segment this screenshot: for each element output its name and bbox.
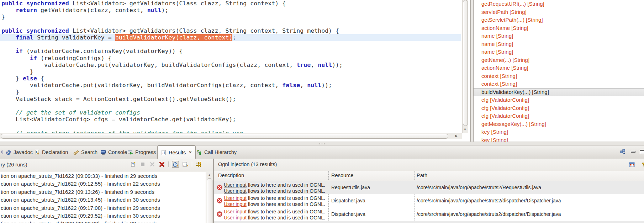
scroll-right-arrow-icon[interactable]: ▶ bbox=[453, 133, 460, 138]
code-line[interactable]: validatorCache.put(validatorKey, buildVa… bbox=[0, 82, 461, 89]
run-history-row[interactable]: ction on apache_struts_7fd1622 (09:12:55… bbox=[0, 180, 206, 188]
restore-pane-icon[interactable] bbox=[620, 149, 626, 155]
user-input-link[interactable]: User input bbox=[224, 182, 247, 188]
tab-console[interactable]: Console bbox=[100, 145, 127, 159]
run-history-panel: ry (26 runs) ?✦ tion on apache_struts_7f… bbox=[0, 159, 213, 223]
run-history-toolbar: ?✦ bbox=[130, 161, 202, 168]
tab-search[interactable]: Search bbox=[73, 145, 97, 159]
column-header-path[interactable]: Path bbox=[417, 172, 427, 178]
clipped-toolbar-icon[interactable] bbox=[641, 161, 644, 167]
history-scrollbar-thumb[interactable] bbox=[207, 178, 212, 223]
history-scrollbar[interactable]: ▲ bbox=[206, 172, 213, 223]
result-row[interactable]: User input flows to here and is used in … bbox=[214, 194, 644, 207]
code-line[interactable] bbox=[0, 21, 461, 27]
symbol-item[interactable]: actionName [String] bbox=[474, 64, 644, 72]
code-line[interactable]: } else { bbox=[0, 75, 461, 82]
symbol-item[interactable]: actionName [String] bbox=[474, 24, 644, 32]
user-input-link[interactable]: User input bbox=[224, 209, 247, 214]
run-history-row[interactable]: ction on apache_struts_7fd1622 (09:17:08… bbox=[0, 204, 206, 212]
symbol-item[interactable]: context [String] bbox=[474, 80, 644, 88]
symbol-item[interactable]: name [String] bbox=[474, 48, 644, 56]
new-report-icon[interactable]: ?✦ bbox=[130, 161, 136, 168]
result-row[interactable]: User input flows to here and is used in … bbox=[214, 181, 644, 194]
scroll-up-arrow-icon[interactable]: ▲ bbox=[206, 172, 212, 178]
splitter-grip[interactable] bbox=[320, 143, 326, 144]
svg-text:✦: ✦ bbox=[133, 161, 136, 164]
symbol-item[interactable]: context [String] bbox=[474, 72, 644, 80]
code-line[interactable]: } bbox=[0, 68, 461, 75]
partial-result-row[interactable] bbox=[214, 221, 644, 223]
editor-vertical-scrollbar-thumb[interactable] bbox=[463, 0, 468, 126]
code-line[interactable]: if (reloadingConfigs) { bbox=[0, 55, 461, 62]
code-line[interactable] bbox=[0, 41, 461, 48]
run-history-row[interactable]: tion on apache_struts_7fd1622 (09:13:26)… bbox=[0, 188, 206, 196]
run-history-list[interactable]: tion on apache_struts_7fd1622 (09:09:33)… bbox=[0, 172, 206, 223]
run-history-row[interactable]: ction on apache_struts_7fd1622 (09:13:45… bbox=[0, 196, 206, 204]
tab-progress[interactable]: Progress bbox=[127, 145, 156, 159]
result-row[interactable]: User input flows to here and is used in … bbox=[214, 208, 644, 221]
result-description: User input flows to here and is used in … bbox=[224, 209, 325, 214]
code-line[interactable]: } bbox=[0, 89, 461, 95]
code-editor-content[interactable]: public synchronized List<Validator> getV… bbox=[0, 0, 461, 133]
result-description: User input flows to here and is used in … bbox=[224, 188, 325, 194]
tab-declaration[interactable]: Declaration bbox=[34, 145, 68, 159]
close-icon[interactable]: ✕ bbox=[189, 150, 192, 155]
code-line[interactable]: validatorCache.put(validatorKey, buildVa… bbox=[0, 62, 461, 68]
chart-report-icon[interactable] bbox=[182, 161, 189, 168]
editor-horizontal-scrollbar-thumb[interactable] bbox=[1, 134, 448, 139]
code-line[interactable] bbox=[0, 102, 461, 109]
symbol-item[interactable]: name [String] bbox=[474, 40, 644, 48]
column-header-resource[interactable]: Resource bbox=[331, 172, 353, 178]
result-path: /core/src/main/java/org/apache/struts2/R… bbox=[417, 185, 541, 190]
code-line[interactable] bbox=[0, 123, 461, 129]
code-line[interactable]: return getValidators(clazz, context, nul… bbox=[0, 7, 461, 14]
code-line[interactable]: // get the set of validator configs bbox=[0, 109, 461, 116]
symbol-item[interactable]: key [String] bbox=[474, 136, 644, 142]
column-header-description[interactable]: Description bbox=[218, 172, 244, 178]
code-line[interactable]: public synchronized List<Validator> getV… bbox=[0, 0, 461, 7]
editor-horizontal-scrollbar[interactable]: ▶ bbox=[0, 133, 462, 139]
symbol-item[interactable]: cfg [ValidatorConfig] bbox=[474, 104, 644, 112]
code-line[interactable]: final String validatorKey = buildValidat… bbox=[0, 34, 461, 41]
highlighted-occurrence: buildValidatorKey(clazz, context) bbox=[115, 34, 233, 41]
code-line[interactable]: List<ValidatorConfig> cfgs = validatorCa… bbox=[0, 116, 461, 123]
error-icon bbox=[217, 211, 222, 218]
code-line[interactable]: // create clean instances of the validat… bbox=[0, 130, 461, 133]
symbol-item[interactable]: cfg [ValidatorConfig] bbox=[474, 96, 644, 104]
symbol-item[interactable]: getServletPath(...) [String] bbox=[474, 16, 644, 24]
symbol-item[interactable]: getRequestURI(...) [String] bbox=[474, 0, 644, 8]
stopwatch-toggle-icon[interactable] bbox=[172, 161, 179, 168]
remove-all-icon[interactable] bbox=[159, 161, 165, 168]
code-line[interactable]: ValueStack stack = ActionContext.getCont… bbox=[0, 96, 461, 102]
symbol-item[interactable]: name [String] bbox=[474, 32, 644, 40]
user-input-link[interactable]: User input bbox=[224, 195, 247, 201]
tab-results[interactable]: Results✕ bbox=[157, 145, 196, 159]
symbol-item-selected[interactable]: buildValidatorKey(...) [String] bbox=[474, 88, 644, 96]
code-line[interactable]: if (validatorCache.containsKey(validator… bbox=[0, 48, 461, 54]
run-history-row[interactable]: tion on apache_struts_7fd1622 (09:38:32)… bbox=[0, 220, 206, 223]
code-line[interactable]: } bbox=[0, 14, 461, 20]
code-editor[interactable]: public synchronized List<Validator> getV… bbox=[0, 0, 471, 142]
table-view-icon[interactable] bbox=[629, 161, 635, 168]
scroll-down-arrow-icon[interactable]: ▼ bbox=[463, 127, 468, 132]
results-table-header: Description Resource Path bbox=[214, 171, 644, 181]
editor-vertical-scrollbar[interactable]: ▼ bbox=[462, 0, 468, 133]
user-input-link[interactable]: User input bbox=[224, 201, 247, 207]
user-input-link[interactable]: User input bbox=[224, 188, 247, 194]
symbol-item[interactable]: servletPath [String] bbox=[474, 8, 644, 16]
code-line[interactable]: public synchronized List<Validator> getV… bbox=[0, 27, 461, 34]
run-history-row[interactable]: tion on apache_struts_7fd1622 (09:09:33)… bbox=[0, 172, 206, 180]
user-input-link[interactable]: User input bbox=[224, 215, 247, 221]
maximize-icon[interactable] bbox=[639, 149, 644, 155]
symbol-item[interactable]: getName(...) [String] bbox=[474, 56, 644, 64]
minimize-icon[interactable] bbox=[630, 149, 637, 155]
result-resource: RequestUtils.java bbox=[331, 185, 370, 190]
ognl-results-panel: Ognl injection (13 results) Description … bbox=[213, 159, 644, 223]
link-arrows-icon[interactable] bbox=[195, 161, 202, 168]
symbol-item[interactable]: cfg [ValidatorConfig] bbox=[474, 112, 644, 120]
symbol-item[interactable]: getMessageKey(...) [String] bbox=[474, 120, 644, 128]
tab-javadoc[interactable]: @Javadoc bbox=[6, 145, 33, 159]
symbol-item[interactable]: key [String] bbox=[474, 128, 644, 136]
run-history-row[interactable]: ction on apache_struts_7fd1622 (09:29:52… bbox=[0, 212, 206, 220]
tab-call-hierarchy[interactable]: Call Hierarchy bbox=[196, 145, 237, 159]
